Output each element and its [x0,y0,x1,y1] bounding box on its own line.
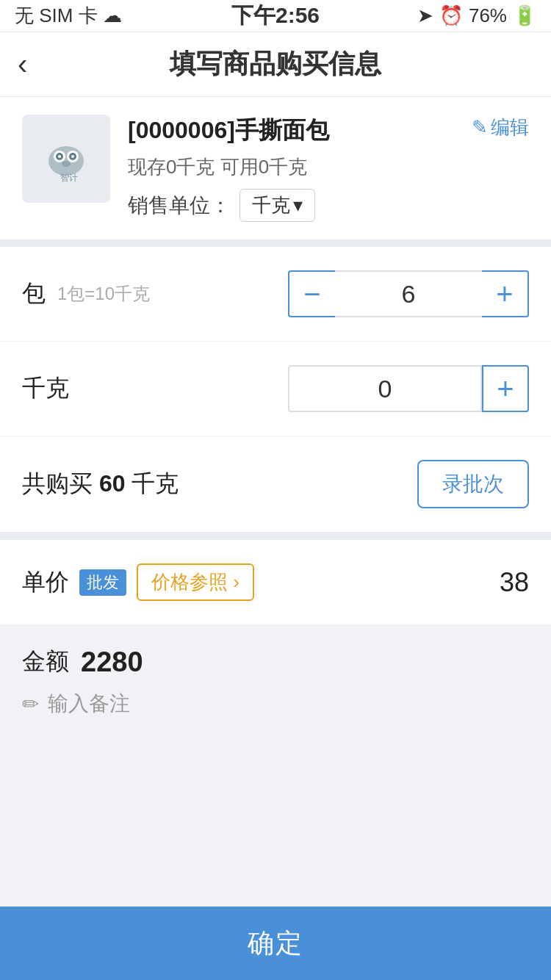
pack-increase-button[interactable]: + [482,270,529,317]
price-value: 38 [500,567,529,598]
summary-row: 共购买 60 千克 录批次 [0,436,551,532]
svg-point-5 [58,155,61,158]
status-left: 无 SIM 卡 ☁ [15,3,122,29]
price-section: 单价 批发 价格参照 › 38 [0,540,551,625]
form-row-pack: 包 1包=10千克 − + [0,247,551,342]
back-button[interactable]: ‹ [18,48,27,81]
batch-badge: 批发 [79,569,126,596]
section-divider [0,533,551,540]
edit-icon: ✎ [472,116,488,139]
note-row[interactable]: ✏ 输入备注 [22,690,529,718]
amount-label: 金额 [22,646,69,678]
pack-decrease-button[interactable]: − [288,270,335,317]
product-stock: 现存0千克 可用0千克 [128,154,529,180]
form-section: 包 1包=10千克 − + 千克 + [0,247,551,533]
svg-point-6 [71,155,74,158]
amount-section: 金额 2280 ✏ 输入备注 [0,625,551,732]
status-right: ➤ ⏰ 76% 🔋 [417,4,536,27]
edit-label: 编辑 [491,115,529,140]
nav-bar: ‹ 填写商品购买信息 [0,32,551,97]
battery-label: 76% [469,4,507,27]
amount-row: 金额 2280 [22,646,529,678]
status-time: 下午2:56 [231,1,320,31]
product-thumbnail: 智计 [22,115,110,203]
unit-select[interactable]: 千克 ▾ [240,189,315,222]
price-ref-button[interactable]: 价格参照 › [137,563,254,601]
summary-amount: 60 [99,470,126,497]
svg-point-7 [62,161,71,167]
page-title: 填写商品购买信息 [170,46,381,82]
battery-icon: 🔋 [513,4,536,27]
record-batch-button[interactable]: 录批次 [417,460,529,508]
unit-label: 销售单位： [128,192,231,220]
price-label: 单价 [22,566,69,599]
note-placeholder: 输入备注 [48,690,130,718]
unit-value: 千克 [252,192,290,218]
note-icon: ✏ [22,692,39,716]
unit-row: 销售单位： 千克 ▾ [128,189,529,222]
kg-increase-button[interactable]: + [482,365,529,412]
svg-text:智计: 智计 [60,173,78,183]
location-icon: ➤ [417,4,433,27]
pack-quantity-control: − + [288,270,529,317]
kg-quantity-control: + [288,365,529,412]
product-card: 智计 [0000006]手撕面包 ✎ 编辑 现存0千克 可用0千克 销售单位： … [0,97,551,247]
price-label-group: 单价 批发 价格参照 › [22,563,254,601]
amount-value: 2280 [81,646,143,678]
product-info: [0000006]手撕面包 ✎ 编辑 现存0千克 可用0千克 销售单位： 千克 … [128,115,529,222]
pack-hint: 1包=10千克 [57,282,150,306]
confirm-button[interactable]: 确定 [0,907,551,980]
product-name: [0000006]手撕面包 [128,115,329,147]
alarm-icon: ⏰ [439,4,463,27]
edit-button[interactable]: ✎ 编辑 [472,115,529,140]
kg-quantity-input[interactable] [288,365,482,412]
kg-label: 千克 [22,372,69,405]
carrier-label: 无 SIM 卡 ☁ [15,3,122,29]
dropdown-icon: ▾ [293,194,303,217]
status-bar: 无 SIM 卡 ☁ 下午2:56 ➤ ⏰ 76% 🔋 [0,0,551,32]
form-row-kg: 千克 + [0,342,551,436]
summary-text: 共购买 60 千克 [22,468,179,500]
pack-quantity-input[interactable] [335,270,482,317]
pack-label: 包 1包=10千克 [22,278,150,310]
